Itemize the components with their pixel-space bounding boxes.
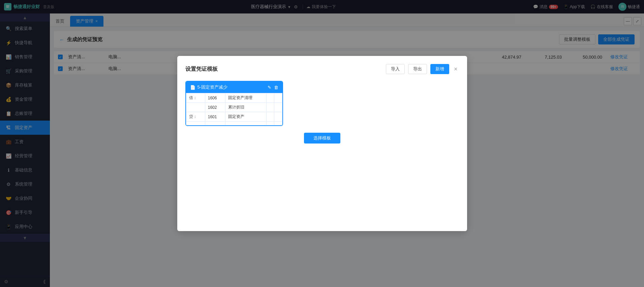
name-4 [225,122,266,125]
import-btn[interactable]: 导入 [386,64,405,74]
debit-4 [266,122,274,125]
credit-2 [274,103,282,112]
code-2: 1602 [205,103,225,112]
template-icon: 📄 [190,85,195,90]
credit-3 [274,112,282,122]
modal-close-btn[interactable]: × [453,64,459,74]
debit-2 [266,103,274,112]
code-3: 1601 [205,112,225,122]
export-btn[interactable]: 导出 [408,64,427,74]
template-card-actions: ✎ 🗑 [268,85,278,90]
direction-3: 贷： [186,112,205,122]
direction-1: 借： [186,93,205,103]
main-layout: ▲ 🔍 搜索菜单 ⚡ 快捷导航 📊 销售管理 🛒 采购管理 📦 库存核算 [0,13,644,287]
modal-title: 设置凭证模板 [185,66,218,73]
template-table: 借： 1606 固定资产清理 1602 [186,93,282,125]
template-row-1: 借： 1606 固定资产清理 [186,93,282,103]
direction-4 [186,122,205,125]
direction-2 [186,103,205,112]
template-card-header: 📄 5-固定资产减少 ✎ 🗑 [186,82,282,93]
template-title: 5-固定资产减少 [197,84,228,90]
template-row-4 [186,122,282,125]
debit-3 [266,112,274,122]
template-edit-icon[interactable]: ✎ [268,85,271,90]
modal-dialog: 设置凭证模板 导入 导出 新增 × [177,56,467,231]
page-content: ← 生成的凭证预览 批量调整模板 全部生成凭证 资产清... 电脑... [50,27,644,287]
modal-header: 设置凭证模板 导入 导出 新增 × [185,64,459,74]
select-template-btn[interactable]: 选择模板 [304,133,340,144]
new-template-btn[interactable]: 新增 [430,64,449,74]
template-row-2: 1602 累计折旧 [186,103,282,112]
template-row-3: 贷： 1601 固定资产 [186,112,282,122]
debit-1 [266,93,274,103]
name-1: 固定资产清理 [225,93,266,103]
credit-1 [274,93,282,103]
modal-overlay: 设置凭证模板 导入 导出 新增 × [50,27,644,287]
name-2: 累计折旧 [225,103,266,112]
code-4 [205,122,225,125]
template-card-title-area: 📄 5-固定资产减少 [190,84,228,90]
modal-content: 📄 5-固定资产减少 ✎ 🗑 [185,81,459,216]
template-delete-icon[interactable]: 🗑 [274,85,278,90]
template-card-body: 借： 1606 固定资产清理 1602 [186,93,282,125]
credit-4 [274,122,282,125]
name-3: 固定资产 [225,112,266,122]
template-card: 📄 5-固定资产减少 ✎ 🗑 [185,81,283,126]
code-1: 1606 [205,93,225,103]
modal-toolbar: 导入 导出 新增 × [386,64,459,74]
content-area: 首页 资产管理 × — ⤢ ← 生成的凭证预览 [50,13,644,287]
